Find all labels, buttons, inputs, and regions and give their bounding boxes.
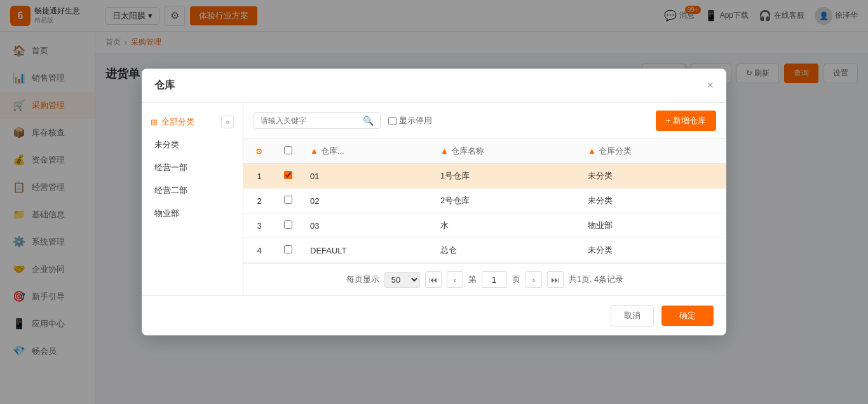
row-category: 物业部 [579, 213, 726, 238]
row-checkbox-cell [275, 213, 301, 238]
warehouse-modal: 仓库 × ⊞ 全部分类 « 未分类 经营一部 经营二部 物业部 [142, 69, 726, 335]
table-row[interactable]: 2 02 2号仓库 未分类 [243, 189, 726, 213]
table-header-row: ⚙ ▲仓库... ▲仓库名称 [243, 139, 726, 164]
modal-overlay: 仓库 × ⊞ 全部分类 « 未分类 经营一部 经营二部 物业部 [0, 0, 868, 404]
category-item-unclassified[interactable]: 未分类 [142, 133, 243, 156]
content-toolbar: 🔍 显示停用 + 新增仓库 [243, 103, 726, 139]
row-num: 2 [243, 189, 275, 213]
row-num: 1 [243, 164, 275, 189]
table-row[interactable]: 1 01 1号仓库 未分类 [243, 164, 726, 189]
category-item-property[interactable]: 物业部 [142, 202, 243, 225]
th-name: ▲仓库名称 [431, 139, 579, 164]
row-category: 未分类 [579, 164, 726, 189]
row-code: DEFAULT [301, 238, 431, 263]
row-category: 未分类 [579, 238, 726, 263]
row-checkbox-cell [275, 189, 301, 213]
category-panel: ⊞ 全部分类 « 未分类 经营一部 经营二部 物业部 [142, 103, 243, 295]
row-code: 03 [301, 213, 431, 238]
modal-body: ⊞ 全部分类 « 未分类 经营一部 经营二部 物业部 🔍 [142, 103, 726, 295]
add-warehouse-button[interactable]: + 新增仓库 [656, 111, 716, 131]
show-disabled-label[interactable]: 显示停用 [388, 115, 432, 126]
category-header: ⊞ 全部分类 « [142, 111, 243, 133]
next-page-button[interactable]: › [526, 271, 542, 288]
row-checkbox[interactable] [284, 245, 292, 253]
search-box: 🔍 [254, 112, 381, 129]
row-checkbox-cell [275, 164, 301, 189]
row-num: 3 [243, 213, 275, 238]
modal-header: 仓库 × [142, 69, 726, 103]
row-name: 1号仓库 [431, 164, 579, 189]
page-size-select[interactable]: 50 100 [384, 272, 420, 288]
th-category: ▲仓库分类 [579, 139, 726, 164]
row-num: 4 [243, 238, 275, 263]
show-disabled-checkbox[interactable] [388, 117, 397, 125]
modal-title: 仓库 [154, 79, 175, 92]
warehouse-table: ⚙ ▲仓库... ▲仓库名称 [243, 139, 726, 263]
row-name: 总仓 [431, 238, 579, 263]
row-name: 2号仓库 [431, 189, 579, 213]
first-page-button[interactable]: ⏮ [425, 271, 442, 288]
row-checkbox[interactable] [284, 196, 292, 204]
table-row[interactable]: 3 03 水 物业部 [243, 213, 726, 238]
prev-page-button[interactable]: ‹ [447, 271, 463, 288]
th-code: ▲仓库... [301, 139, 431, 164]
th-settings: ⚙ [243, 139, 275, 164]
page-number-input[interactable] [482, 271, 507, 288]
row-checkbox[interactable] [284, 220, 292, 229]
row-code: 01 [301, 164, 431, 189]
row-category: 未分类 [579, 189, 726, 213]
search-input[interactable] [261, 116, 359, 125]
row-name: 水 [431, 213, 579, 238]
th-checkbox [275, 139, 301, 164]
cancel-button[interactable]: 取消 [611, 305, 654, 327]
last-page-button[interactable]: ⏭ [547, 271, 564, 288]
search-icon: 🔍 [363, 116, 374, 126]
select-all-checkbox[interactable] [284, 146, 292, 154]
category-item-dept2[interactable]: 经营二部 [142, 179, 243, 202]
confirm-button[interactable]: 确定 [661, 306, 714, 326]
table-row[interactable]: 4 DEFAULT 总仓 未分类 [243, 238, 726, 263]
row-checkbox[interactable] [284, 171, 292, 179]
category-collapse-button[interactable]: « [221, 116, 234, 128]
row-code: 02 [301, 189, 431, 213]
category-item-dept1[interactable]: 经营一部 [142, 156, 243, 179]
content-panel: 🔍 显示停用 + 新增仓库 ⚙ [243, 103, 726, 295]
modal-footer: 取消 确定 [142, 295, 726, 335]
pagination: 每页显示 50 100 ⏮ ‹ 第 页 › ⏭ 共1页, 4条记录 [243, 263, 726, 295]
row-checkbox-cell [275, 238, 301, 263]
category-all-item[interactable]: ⊞ 全部分类 [151, 116, 194, 128]
grid-icon: ⊞ [151, 118, 158, 127]
modal-close-button[interactable]: × [707, 79, 714, 92]
